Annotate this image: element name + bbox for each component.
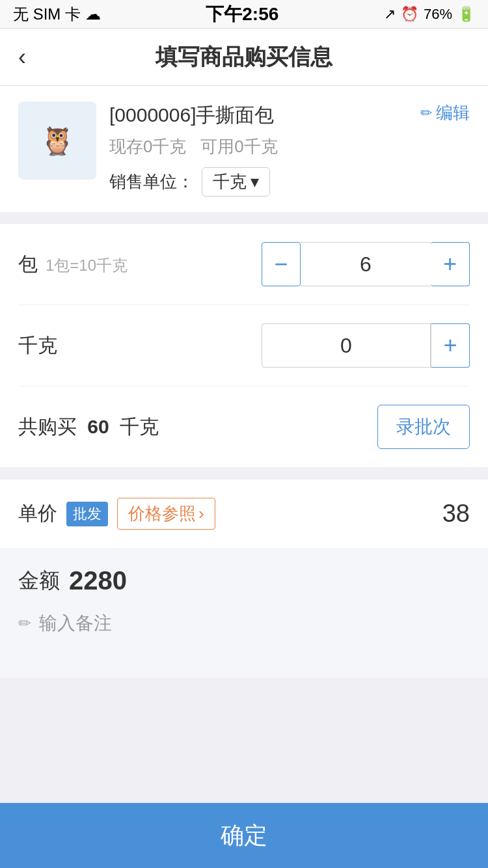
kg-controls: + bbox=[262, 323, 470, 368]
kg-label: 千克 bbox=[18, 332, 57, 359]
product-stock: 现存0千克 可用0千克 bbox=[109, 135, 470, 158]
kg-label-text: 千克 bbox=[18, 332, 57, 359]
price-section: 单价 批发 价格参照 › 38 bbox=[0, 479, 488, 548]
sim-status: 无 SIM 卡 ☁ bbox=[13, 4, 101, 25]
amount-label: 金额 bbox=[18, 567, 60, 595]
stock-available: 可用0千克 bbox=[200, 137, 277, 156]
product-name: [0000006]手撕面包 bbox=[109, 102, 470, 129]
edit-label: 编辑 bbox=[436, 102, 470, 124]
total-label: 共购买 bbox=[18, 416, 77, 437]
unit-dropdown-icon: ▾ bbox=[251, 172, 259, 192]
alarm-icon: ⏰ bbox=[401, 6, 418, 23]
price-ref-label: 价格参照 bbox=[128, 502, 196, 525]
product-unit-row: 销售单位： 千克 ▾ bbox=[109, 167, 470, 197]
remark-row[interactable]: ✏ 输入备注 bbox=[18, 611, 470, 651]
price-label-row: 单价 批发 价格参照 › bbox=[18, 498, 215, 530]
kg-plus-button[interactable]: + bbox=[431, 323, 470, 368]
remark-placeholder: 输入备注 bbox=[39, 611, 112, 636]
product-thumbnail: 🦉 bbox=[18, 102, 96, 180]
quantity-kg-row: 千克 + bbox=[18, 305, 470, 387]
divider-2 bbox=[0, 467, 488, 479]
battery-level: 76% bbox=[424, 6, 452, 23]
nav-bar: ‹ 填写商品购买信息 bbox=[0, 29, 488, 86]
signal-icon: ↗ bbox=[384, 6, 396, 23]
pack-plus-button[interactable]: + bbox=[431, 242, 470, 286]
quantity-pack-row: 包 1包=10千克 − + bbox=[18, 224, 470, 305]
page-title: 填写商品购买信息 bbox=[156, 42, 332, 72]
status-right: ↗ ⏰ 76% 🔋 bbox=[384, 6, 475, 23]
battery-icon: 🔋 bbox=[457, 6, 475, 23]
stock-current: 现存0千克 bbox=[109, 137, 186, 156]
status-left: 无 SIM 卡 ☁ bbox=[13, 4, 101, 25]
back-button[interactable]: ‹ bbox=[18, 44, 26, 71]
unit-label: 销售单位： bbox=[109, 170, 194, 193]
unit-select[interactable]: 千克 ▾ bbox=[202, 167, 270, 197]
status-time: 下午2:56 bbox=[206, 2, 278, 27]
pack-label-text: 包 bbox=[18, 251, 38, 278]
price-value: 38 bbox=[442, 500, 470, 528]
price-ref-icon: › bbox=[198, 504, 204, 524]
status-bar: 无 SIM 卡 ☁ 下午2:56 ↗ ⏰ 76% 🔋 bbox=[0, 0, 488, 29]
pack-controls: − + bbox=[262, 242, 470, 286]
quantity-section: 包 1包=10千克 − + 千克 + bbox=[0, 224, 488, 387]
edit-button[interactable]: ✏ 编辑 bbox=[420, 102, 470, 124]
kg-input[interactable] bbox=[262, 323, 431, 368]
amount-value: 2280 bbox=[69, 566, 127, 595]
pack-label: 包 1包=10千克 bbox=[18, 251, 128, 278]
batch-button[interactable]: 录批次 bbox=[377, 405, 470, 449]
product-section: 🦉 [0000006]手撕面包 现存0千克 可用0千克 销售单位： 千克 ▾ ✏… bbox=[0, 86, 488, 212]
price-label: 单价 bbox=[18, 500, 57, 527]
unit-value: 千克 bbox=[213, 170, 247, 193]
total-text: 共购买 60 千克 bbox=[18, 414, 159, 441]
product-info: [0000006]手撕面包 现存0千克 可用0千克 销售单位： 千克 ▾ bbox=[109, 102, 470, 197]
total-amount: 60 bbox=[87, 416, 109, 437]
product-thumb-icon: 🦉 bbox=[40, 125, 74, 157]
total-section: 共购买 60 千克 录批次 bbox=[0, 387, 488, 467]
price-reference-button[interactable]: 价格参照 › bbox=[117, 498, 215, 530]
price-type-tag: 批发 bbox=[66, 502, 108, 526]
divider-1 bbox=[0, 212, 488, 224]
pack-hint: 1包=10千克 bbox=[46, 255, 128, 276]
pack-input[interactable] bbox=[301, 242, 431, 286]
amount-row: 金额 2280 bbox=[18, 566, 470, 611]
confirm-button[interactable]: 确定 bbox=[0, 803, 488, 868]
edit-icon: ✏ bbox=[420, 105, 432, 122]
pack-minus-button[interactable]: − bbox=[262, 242, 301, 286]
pencil-icon: ✏ bbox=[18, 614, 31, 632]
total-unit: 千克 bbox=[120, 416, 159, 437]
amount-section: 金额 2280 ✏ 输入备注 bbox=[0, 548, 488, 678]
